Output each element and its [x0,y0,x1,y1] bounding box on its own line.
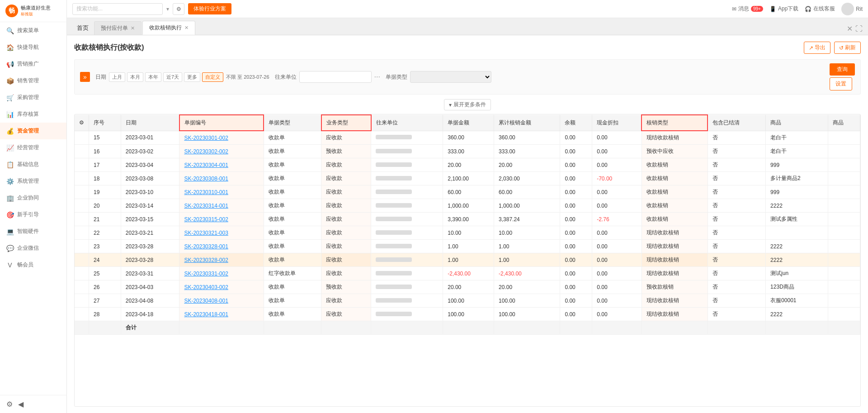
collapse-icon[interactable]: ◀ [18,400,24,408]
topbar-gear-button[interactable]: ⚙ [173,3,184,15]
td-bill-no[interactable]: SK-20230321-003 [179,226,264,240]
refresh-button[interactable]: ↺ 刷新 [834,42,861,54]
expand-conditions-button[interactable]: ▾ 展开更多条件 [444,99,491,110]
td-cancel-type: 现结收款核销 [642,240,708,253]
settings-icon[interactable]: ⚙ [6,400,13,408]
td-customer [371,253,443,267]
sidebar: 畅 畅康道好生意 标推版 🔍 搜索菜单 🏠 快捷导航 📢 营销推广 📦 销售管理… [0,0,67,413]
topbar-chevron-icon[interactable]: ▾ [166,6,169,12]
online-service-button[interactable]: 🎧 在线客服 [805,5,835,13]
td-amount: 333.00 [443,145,494,158]
user-profile[interactable]: Rit [841,3,863,15]
td-bill-no[interactable]: SK-20230301-002 [179,131,264,145]
sidebar-item-member[interactable]: V 畅会员 [0,256,66,273]
td-bill-no[interactable]: SK-20230314-001 [179,199,264,213]
td-gear [75,308,89,321]
td-cash-discount: 0.00 [592,308,642,321]
th-gear[interactable]: ⚙ [75,115,89,131]
member-icon: V [6,261,14,269]
td-bill-no[interactable]: SK-20230328-002 [179,253,264,267]
td-date: 2023-04-08 [121,294,179,308]
td-cum-amount: -2,430.00 [494,267,560,280]
sidebar-item-system[interactable]: ⚙️ 系统管理 [0,173,66,190]
export-button[interactable]: ↗ 导出 [804,42,830,54]
td-customer [371,131,443,145]
sidebar-item-corp[interactable]: 🏢 企业协同 [0,190,66,206]
search-input[interactable] [72,3,163,15]
td-balance: 0.00 [560,226,592,240]
td-bill-no[interactable]: SK-20230308-001 [179,172,264,185]
td-balance: 0.00 [560,280,592,294]
sidebar-item-operation[interactable]: 📈 经营管理 [0,139,66,156]
tab-collection[interactable]: 收款核销执行 ✕ [142,21,195,35]
online-service-label: 在线客服 [813,5,835,13]
date-btn-this-month[interactable]: 本月 [127,72,143,82]
sidebar-item-label: 采购管理 [17,94,39,101]
query-button[interactable]: 查询 [830,63,855,76]
date-btn-7days[interactable]: 近7天 [163,72,182,82]
sidebar-item-finance[interactable]: 💰 资金管理 [0,123,66,139]
topbar-right: ✉ 消息 99+ 📱 App下载 🎧 在线客服 Rit [732,3,863,15]
phone-icon: 📱 [769,6,776,12]
td-bill-no[interactable]: SK-20230310-001 [179,185,264,199]
td-customer [371,158,443,172]
sidebar-item-basic[interactable]: 📋 基础信息 [0,156,66,173]
sidebar-item-inventory[interactable]: 📊 库存核算 [0,106,66,123]
sidebar-item-sales[interactable]: 📦 销售管理 [0,72,66,89]
inventory-icon: 📊 [6,111,14,118]
voucher-type-select[interactable] [410,71,491,83]
td-bill-no[interactable]: SK-20230403-002 [179,280,264,294]
marketing-icon: 📢 [6,61,14,68]
td-bill-type: 收款单 [264,253,321,267]
customer-input[interactable] [299,71,372,83]
tab-home[interactable]: 首页 [72,21,93,35]
td-biz-type: 应收款 [321,308,371,321]
td-bill-type: 收款单 [264,213,321,226]
td-bill-no[interactable]: SK-20230331-002 [179,267,264,280]
td-bill-type: 收款单 [264,172,321,185]
filter-toggle-button[interactable]: » [80,72,90,82]
sidebar-item-label: 畅会员 [17,261,33,269]
td-date: 2023-03-02 [121,145,179,158]
td-bill-no[interactable]: SK-20230304-001 [179,158,264,172]
sidebar-item-marketing[interactable]: 📢 营销推广 [0,56,66,72]
sidebar-item-guide[interactable]: 🎯 新手引导 [0,206,66,223]
tab-prepay[interactable]: 预付应付单 ✕ [94,21,142,35]
td-balance: 0.00 [560,131,592,145]
tab-expand-icon[interactable]: ⛶ [855,25,863,33]
sidebar-item-purchase[interactable]: 🛒 采购管理 [0,89,66,106]
th-cum-amount: 累计核销金额 [494,115,560,131]
sidebar-item-search[interactable]: 🔍 搜索菜单 [0,22,66,39]
date-btn-last-month[interactable]: 上月 [109,72,125,82]
app-download-button[interactable]: 📱 App下载 [769,5,798,13]
tab-close-all-icon[interactable]: ✕ [847,24,853,33]
td-amount: 20.00 [443,158,494,172]
td-date: 2023-03-28 [121,240,179,253]
tab-collection-close[interactable]: ✕ [184,25,189,31]
td-product2 [828,226,860,240]
td-bill-no[interactable]: SK-20230408-001 [179,294,264,308]
td-amount: 1.00 [443,240,494,253]
sidebar-item-hardware[interactable]: 💻 智能硬件 [0,223,66,240]
sidebar-item-quicknav[interactable]: 🏠 快捷导航 [0,39,66,56]
tab-home-label: 首页 [77,24,89,32]
td-product2 [828,158,860,172]
td-customer [371,308,443,321]
sidebar-item-wechat[interactable]: 💬 企业微信 [0,240,66,256]
date-btn-more[interactable]: 更多 [184,72,200,82]
td-date: 2023-03-21 [121,226,179,240]
td-cum-amount: 60.00 [494,185,560,199]
td-bill-no[interactable]: SK-20230302-002 [179,145,264,158]
tab-prepay-close[interactable]: ✕ [131,25,135,31]
industry-solution-button[interactable]: 体验行业方案 [188,3,231,14]
filter-customer-group: 往来单位 ··· [275,71,380,83]
td-bill-no[interactable]: SK-20230315-002 [179,213,264,226]
messages-button[interactable]: ✉ 消息 99+ [732,5,763,13]
date-btn-custom[interactable]: 自定义 [202,72,223,82]
th-bill-type: 单据类型 [264,115,321,131]
td-bill-no[interactable]: SK-20230328-001 [179,240,264,253]
td-bill-no[interactable]: SK-20230418-001 [179,308,264,321]
setting-button[interactable]: 设置 [830,77,852,90]
td-no: 20 [89,199,121,213]
date-btn-this-year[interactable]: 本年 [145,72,161,82]
